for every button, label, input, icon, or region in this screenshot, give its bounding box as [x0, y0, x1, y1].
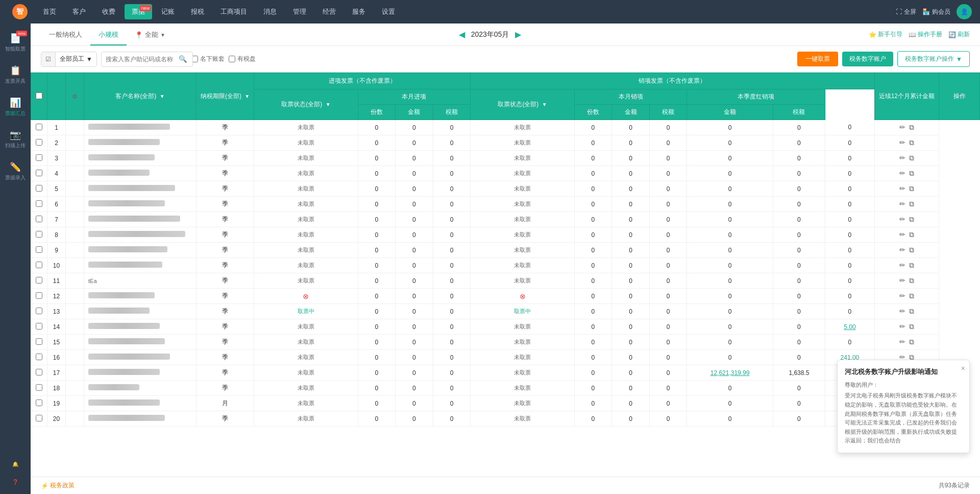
td-checkbox[interactable] — [31, 319, 47, 335]
edit-btn[interactable]: ✏ — [899, 200, 905, 208]
nav-item-service[interactable]: 服务 — [345, 4, 373, 19]
copy-btn[interactable]: ⧉ — [909, 138, 914, 147]
checkbox-account[interactable]: 名下账套 — [191, 55, 225, 63]
sidebar-item-smart-invoice[interactable]: 📄 智能取票 new — [2, 29, 29, 57]
avatar[interactable]: 👤 — [957, 4, 972, 19]
edit-btn[interactable]: ✏ — [899, 123, 905, 131]
digital-ops-btn[interactable]: 税务数字账户操作 ▼ — [897, 51, 970, 67]
taxdisk-checkbox[interactable] — [229, 56, 235, 62]
row-checkbox[interactable] — [36, 170, 42, 176]
row-checkbox[interactable] — [36, 308, 42, 314]
copy-btn[interactable]: ⧉ — [909, 307, 914, 315]
copy-btn[interactable]: ⧉ — [909, 200, 914, 208]
nav-item-tax[interactable]: 报税 — [184, 4, 211, 19]
row-checkbox[interactable] — [36, 185, 42, 192]
one-click-btn[interactable]: 一键取票 — [797, 52, 838, 66]
td-checkbox[interactable] — [31, 381, 47, 396]
digital-account-btn[interactable]: 税务数字账户 — [842, 52, 893, 66]
refresh-btn[interactable]: 🔄 刷新 — [948, 30, 970, 39]
row-checkbox[interactable] — [36, 292, 42, 299]
sidebar-item-summary[interactable]: 📊 票据汇总 — [2, 93, 29, 121]
td-checkbox[interactable] — [31, 365, 47, 381]
row-checkbox[interactable] — [36, 354, 42, 360]
tax-policy-link[interactable]: ⚡ 税务政策 — [41, 481, 75, 490]
copy-btn[interactable]: ⧉ — [909, 169, 914, 177]
edit-btn[interactable]: ✏ — [899, 292, 905, 300]
row-checkbox[interactable] — [36, 139, 42, 146]
row-checkbox[interactable] — [36, 338, 42, 345]
row-checkbox[interactable] — [36, 216, 42, 222]
row-checkbox[interactable] — [36, 415, 42, 421]
copy-btn[interactable]: ⧉ — [909, 322, 914, 331]
edit-btn[interactable]: ✏ — [899, 261, 905, 269]
row-checkbox[interactable] — [36, 246, 42, 253]
td-checkbox[interactable] — [31, 212, 47, 227]
row-checkbox[interactable] — [36, 369, 42, 375]
row-checkbox[interactable] — [36, 277, 42, 284]
td-checkbox[interactable] — [31, 258, 47, 273]
copy-btn[interactable]: ⧉ — [909, 292, 914, 300]
nav-item-bookkeeping[interactable]: 记账 — [154, 4, 182, 19]
nav-item-home[interactable]: 首页 — [36, 4, 63, 19]
prev-month-btn[interactable]: ◀ — [459, 30, 465, 39]
td-checkbox[interactable] — [31, 289, 47, 304]
cumul-link[interactable]: 5.00 — [844, 323, 855, 331]
td-checkbox[interactable] — [31, 151, 47, 166]
copy-btn[interactable]: ⧉ — [909, 276, 914, 285]
th-setting[interactable]: ⚙ — [66, 73, 84, 120]
fullscreen-btn[interactable]: ⛶ 全屏 — [896, 8, 916, 16]
sidebar-bottom-icon1[interactable]: 🔔 — [2, 457, 29, 471]
nav-item-invoice[interactable]: 票据 new — [125, 4, 152, 19]
edit-btn[interactable]: ✏ — [899, 276, 905, 285]
row-checkbox[interactable] — [36, 399, 42, 406]
nav-item-client[interactable]: 客户 — [65, 4, 93, 19]
tab-all[interactable]: 📍 全能 ▼ — [127, 25, 174, 45]
td-checkbox[interactable] — [31, 227, 47, 243]
row-checkbox[interactable] — [36, 231, 42, 238]
row-checkbox[interactable] — [36, 262, 42, 268]
edit-btn[interactable]: ✏ — [899, 230, 905, 239]
edit-btn[interactable]: ✏ — [899, 307, 905, 315]
copy-btn[interactable]: ⧉ — [909, 338, 914, 346]
th-checkbox[interactable] — [31, 73, 47, 120]
td-checkbox[interactable] — [31, 135, 47, 151]
td-checkbox[interactable] — [31, 304, 47, 319]
employee-select[interactable]: ☑ 全部员工 ▼ — [41, 52, 97, 67]
sidebar-item-scan[interactable]: 📷 扫描上传 — [2, 125, 29, 153]
nav-item-settings[interactable]: 设置 — [375, 4, 402, 19]
th-in-status[interactable]: 取票状态(全部) ▼ — [254, 89, 358, 120]
new-guide-btn[interactable]: ⭐ 新手引导 — [869, 30, 902, 39]
next-month-btn[interactable]: ▶ — [515, 30, 521, 39]
copy-btn[interactable]: ⧉ — [909, 246, 914, 254]
sidebar-item-input[interactable]: ✏️ 票据录入 — [2, 157, 29, 185]
row-checkbox[interactable] — [36, 200, 42, 207]
nav-item-receipts[interactable]: 收费 — [95, 4, 122, 19]
manual-btn[interactable]: 📖 操作手册 — [909, 30, 942, 39]
th-out-status[interactable]: 取票状态(全部) ▼ — [471, 89, 574, 120]
copy-btn[interactable]: ⧉ — [909, 154, 914, 162]
edit-btn[interactable]: ✏ — [899, 138, 905, 147]
td-checkbox[interactable] — [31, 335, 47, 350]
th-quota[interactable]: 纳税期限(全部) ▼ — [197, 73, 254, 120]
select-all-checkbox[interactable] — [36, 92, 42, 99]
copy-btn[interactable]: ⧉ — [909, 230, 914, 239]
edit-btn[interactable]: ✏ — [899, 338, 905, 346]
notification-close-btn[interactable]: × — [961, 364, 965, 372]
sidebar-bottom-icon2[interactable]: ❓ — [2, 475, 29, 489]
nav-item-manage[interactable]: 管理 — [286, 4, 313, 19]
tab-small[interactable]: 小规模 — [90, 25, 127, 45]
red-amount-link[interactable]: 12,621,319.99 — [710, 369, 750, 377]
row-checkbox[interactable] — [36, 323, 42, 330]
nav-item-operation[interactable]: 经营 — [315, 4, 343, 19]
edit-btn[interactable]: ✏ — [899, 184, 905, 193]
search-button[interactable]: 🔍 — [179, 55, 187, 63]
copy-btn[interactable]: ⧉ — [909, 123, 914, 131]
edit-btn[interactable]: ✏ — [899, 215, 905, 223]
row-checkbox[interactable] — [36, 124, 42, 130]
copy-btn[interactable]: ⧉ — [909, 215, 914, 223]
td-checkbox[interactable] — [31, 120, 47, 135]
edit-btn[interactable]: ✏ — [899, 246, 905, 254]
copy-btn[interactable]: ⧉ — [909, 261, 914, 269]
checkbox-taxdisk[interactable]: 有税盘 — [229, 55, 256, 63]
nav-item-message[interactable]: 消息 — [256, 4, 284, 19]
